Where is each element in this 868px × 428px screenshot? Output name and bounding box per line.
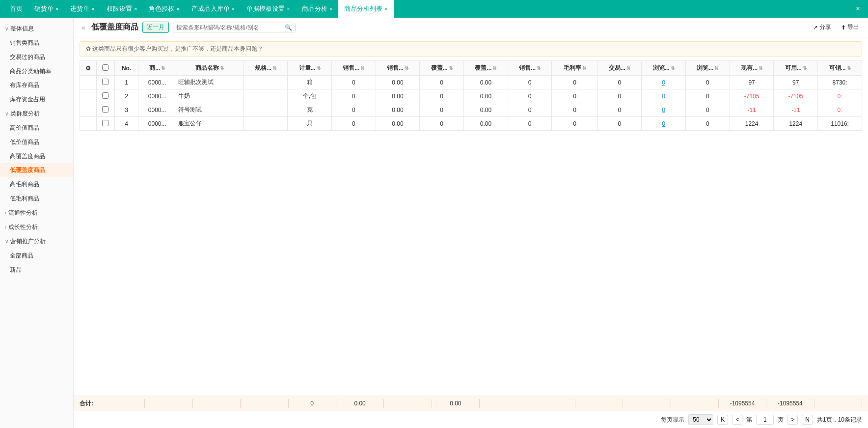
last-page-button[interactable]: N [802,415,813,425]
current-page-input[interactable] [756,415,774,425]
gear-icon[interactable]: ⚙ [85,65,91,72]
nav-analysis[interactable]: 商品分析 × [296,0,338,18]
prev-page-button[interactable]: < [732,415,742,425]
sidebar-section-circulation[interactable]: › 流通性分析 [0,206,73,220]
sidebar-item-low-coverage[interactable]: 低覆盖度商品 [0,163,73,177]
nav-sales[interactable]: 销货单 × [28,0,64,18]
nav-close-analysis[interactable]: × [329,0,332,18]
sidebar-section-overall[interactable]: ∨ 整体信息 [0,22,73,36]
main-layout: ∨ 整体信息 销售类商品 交易过的商品 商品分类动销率 有库存商品 库存资金占用… [0,18,868,428]
total-records-label: 共1页，10条记录 [817,416,862,424]
cell-available: -7105 [774,89,818,103]
sidebar-section-growth[interactable]: › 成长性分析 [0,220,73,234]
col-trade[interactable]: 交易...⇅ [597,61,642,76]
cell-available: 97 [774,76,818,89]
sidebar-item-low-value[interactable]: 低价值商品 [0,135,73,149]
table-row: 20000...牛奶个,包00.0000.0000000-7105-71050: [80,89,862,103]
col-coverage1[interactable]: 覆盖...⇅ [420,61,464,76]
sidebar-item-traded-goods[interactable]: 交易过的商品 [0,50,73,64]
cell-saleable: 0: [818,89,862,103]
nav-template[interactable]: 单据模板设置 × [241,0,296,18]
cell-gear [80,89,97,103]
sidebar-item-high-profit[interactable]: 高毛利商品 [0,177,73,192]
search-input[interactable] [176,24,283,31]
nav-close-permission[interactable]: × [134,0,137,18]
cell-check[interactable] [96,117,114,131]
sidebar-item-category-rate[interactable]: 商品分类动销率 [0,64,73,79]
share-button[interactable]: ↗ 分享 [810,22,834,32]
sidebar-item-all-goods[interactable]: 全部商品 [0,249,73,263]
col-gear[interactable]: ⚙ [80,61,97,76]
nav-permission[interactable]: 权限设置 × [101,0,143,18]
cell-check[interactable] [96,89,114,103]
nav-close-role[interactable]: × [176,0,179,18]
sidebar-item-new-goods[interactable]: 新品 [0,263,73,277]
pagination-bar: 每页显示 50 20 100 K < 第 页 > N 共1页，10条记录 [74,411,868,428]
cell-unit: 箱 [288,76,332,89]
select-all-checkbox[interactable] [102,64,108,71]
first-page-button[interactable]: K [717,415,728,425]
date-filter-button[interactable]: 近一月 [142,22,169,33]
info-banner: ✿ 这类商品只有很少客户购买过，是推广不够，还是商品本身问题？ [80,41,862,57]
content-area: « 低覆盖度商品 近一月 🔍 ↗ 分享 ⬆ 导出 ✿ 这类商品只有很少客户购买过… [74,18,868,428]
cell-browse1[interactable]: 0 [642,103,686,117]
export-button[interactable]: ⬆ 导出 [838,22,862,32]
sidebar-section-marketing[interactable]: ∨ 营销推广分析 [0,234,73,249]
col-spec[interactable]: 规格...⇅ [244,61,288,76]
nav-close-template[interactable]: × [287,0,290,18]
footer-cells: 0 0.00 0.00 -1095554 -1095554 [97,399,862,408]
nav-close-product-in[interactable]: × [232,0,235,18]
search-icon[interactable]: 🔍 [285,24,292,31]
footer-spacer10 [671,399,719,408]
col-sales-amount[interactable]: 销售...⇅ [376,61,420,76]
col-gross-rate[interactable]: 毛利率⇅ [552,61,597,76]
window-close-button[interactable]: × [852,4,864,13]
col-name[interactable]: 商品名称⇅ [176,61,244,76]
col-available[interactable]: 可用...⇅ [774,61,818,76]
nav-close-sales[interactable]: × [55,0,58,18]
cell-check[interactable] [96,76,114,89]
footer-spacer2 [145,399,192,408]
col-code[interactable]: 商...⇅ [138,61,176,76]
col-browse1[interactable]: 浏览...⇅ [642,61,686,76]
nav-close-analysis-list[interactable]: × [384,0,387,18]
cell-current: -7105 [730,89,774,103]
growth-arrow-icon: › [5,225,6,230]
col-sales-x[interactable]: 销售...⇅ [508,61,552,76]
next-page-button[interactable]: > [787,415,798,425]
nav-product-in[interactable]: 产成品入库单 × [186,0,241,18]
cell-code: 0000... [138,89,176,103]
nav-close-purchase[interactable]: × [91,0,94,18]
col-check[interactable] [96,61,114,76]
sidebar-item-high-value[interactable]: 高价值商品 [0,121,73,135]
sidebar-item-low-profit[interactable]: 低毛利商品 [0,192,73,206]
cell-cov2: 0.00 [464,76,508,89]
nav-purchase[interactable]: 进货单 × [64,0,100,18]
sidebar-item-in-stock[interactable]: 有库存商品 [0,78,73,92]
col-unit[interactable]: 计量...⇅ [288,61,332,76]
cell-trade: 0 [597,103,642,117]
col-current[interactable]: 现有...⇅ [730,61,774,76]
col-browse2[interactable]: 浏览...⇅ [686,61,730,76]
cell-browse1[interactable]: 0 [642,76,686,89]
sidebar-item-capital[interactable]: 库存资金占用 [0,92,73,107]
sidebar-item-sales-goods[interactable]: 销售类商品 [0,36,73,50]
nav-role[interactable]: 角色授权 × [143,0,185,18]
cell-available: -11 [774,103,818,117]
cell-check[interactable] [96,103,114,117]
nav-home[interactable]: 首页 [4,0,28,18]
col-saleable[interactable]: 可销...⇅ [818,61,862,76]
table-row: 30000...符号测试克00.0000.0000000-11-110: [80,103,862,117]
sidebar-item-high-coverage[interactable]: 高覆盖度商品 [0,149,73,164]
cell-browse1[interactable]: 0 [642,117,686,131]
cell-sales-x: 0 [508,89,552,103]
header-actions: ↗ 分享 ⬆ 导出 [810,22,862,32]
sidebar-section-cluster[interactable]: ∨ 类群度分析 [0,107,73,121]
page-size-select[interactable]: 50 20 100 [688,414,713,425]
nav-analysis-list[interactable]: 商品分析列表 × [338,0,393,18]
col-coverage2[interactable]: 覆盖...⇅ [464,61,508,76]
sidebar-collapse-button[interactable]: « [80,23,87,32]
cell-browse1[interactable]: 0 [642,89,686,103]
cell-unit: 个,包 [288,89,332,103]
col-sales-count[interactable]: 销售...⇅ [331,61,376,76]
